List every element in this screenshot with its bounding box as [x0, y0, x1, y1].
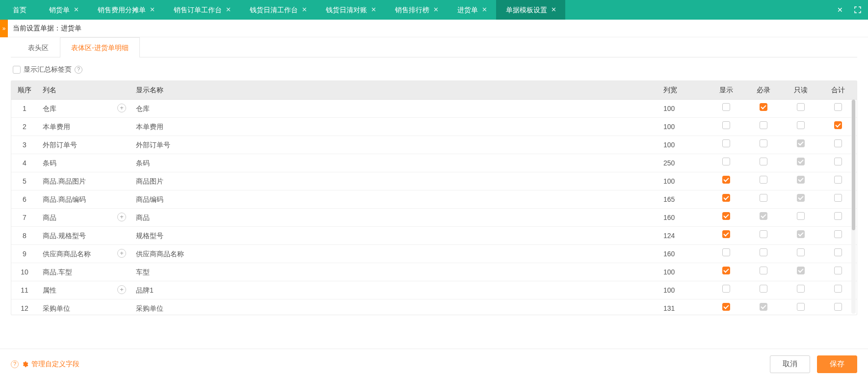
- tab-close-icon[interactable]: ✕: [302, 5, 307, 15]
- save-button[interactable]: 保存: [817, 355, 857, 373]
- add-icon[interactable]: +: [117, 104, 126, 112]
- tab-2[interactable]: 销售费用分摊单✕: [88, 0, 164, 20]
- cell-disp[interactable]: 供应商商品名称: [131, 245, 658, 263]
- req-checkbox[interactable]: [760, 230, 767, 238]
- show-checkbox[interactable]: [722, 285, 730, 293]
- ro-checkbox[interactable]: [797, 248, 805, 256]
- cell-disp[interactable]: 本单费用: [131, 118, 658, 136]
- tab-1[interactable]: 销货单✕: [39, 0, 88, 20]
- tab-4[interactable]: 钱货日清工作台✕: [240, 0, 316, 20]
- show-checkbox[interactable]: [722, 267, 730, 274]
- tab-8[interactable]: 单据模板设置✕: [496, 0, 565, 20]
- footer-help-icon[interactable]: ?: [11, 360, 19, 368]
- cell-disp[interactable]: 车型: [131, 263, 658, 281]
- show-checkbox[interactable]: [722, 212, 730, 220]
- sum-checkbox[interactable]: [834, 194, 842, 202]
- table-row[interactable]: 3外部订单号外部订单号100: [11, 136, 857, 154]
- show-checkbox[interactable]: [722, 176, 730, 184]
- sum-checkbox[interactable]: [834, 139, 842, 147]
- req-checkbox[interactable]: [760, 103, 767, 111]
- cell-disp[interactable]: 品牌1: [131, 281, 658, 299]
- tab-0[interactable]: 首页: [0, 0, 39, 20]
- show-checkbox[interactable]: [722, 121, 730, 129]
- table-row[interactable]: 7商品+商品160: [11, 209, 857, 227]
- th-disp[interactable]: 显示名称: [131, 81, 658, 100]
- tab-7[interactable]: 进货单✕: [447, 0, 496, 20]
- req-checkbox[interactable]: [760, 248, 767, 256]
- cell-width[interactable]: 131: [658, 299, 708, 315]
- cell-width[interactable]: 100: [658, 136, 708, 154]
- section-tab-1[interactable]: 表体区-进货单明细: [60, 37, 140, 57]
- sum-checkbox[interactable]: [834, 267, 842, 274]
- sum-checkbox[interactable]: [834, 285, 842, 293]
- cell-disp[interactable]: 仓库: [131, 100, 658, 118]
- req-checkbox[interactable]: [760, 158, 767, 165]
- req-checkbox[interactable]: [760, 139, 767, 147]
- req-checkbox[interactable]: [760, 176, 767, 184]
- th-ro[interactable]: 只读: [782, 81, 819, 100]
- table-row[interactable]: 2本单费用本单费用100: [11, 118, 857, 136]
- table-row[interactable]: 12采购单位采购单位131: [11, 299, 857, 315]
- manage-custom-fields-link[interactable]: 管理自定义字段: [31, 359, 79, 369]
- section-tab-0[interactable]: 表头区: [17, 37, 60, 57]
- cell-width[interactable]: 100: [658, 118, 708, 136]
- cell-disp[interactable]: 商品编码: [131, 190, 658, 209]
- add-icon[interactable]: +: [117, 249, 126, 258]
- th-seq[interactable]: 顺序: [11, 81, 38, 100]
- add-icon[interactable]: +: [117, 213, 126, 221]
- th-w[interactable]: 列宽: [658, 81, 708, 100]
- th-name[interactable]: 列名: [38, 81, 131, 100]
- cell-width[interactable]: 100: [658, 281, 708, 299]
- req-checkbox[interactable]: [760, 121, 767, 129]
- close-tab-icon[interactable]: [835, 4, 845, 15]
- req-checkbox[interactable]: [760, 267, 767, 274]
- sum-checkbox[interactable]: [834, 230, 842, 238]
- th-sum[interactable]: 合计: [819, 81, 857, 100]
- show-checkbox[interactable]: [722, 194, 730, 202]
- table-row[interactable]: 9供应商商品名称+供应商商品名称160: [11, 245, 857, 263]
- add-icon[interactable]: +: [117, 285, 126, 294]
- table-row[interactable]: 4条码条码250: [11, 154, 857, 172]
- cell-width[interactable]: 100: [658, 172, 708, 190]
- tab-close-icon[interactable]: ✕: [150, 5, 155, 15]
- sum-checkbox[interactable]: [834, 303, 842, 311]
- show-checkbox[interactable]: [722, 103, 730, 111]
- cell-width[interactable]: 165: [658, 190, 708, 209]
- show-summary-checkbox[interactable]: [13, 66, 21, 74]
- ro-checkbox[interactable]: [797, 103, 805, 111]
- sum-checkbox[interactable]: [834, 158, 842, 165]
- show-checkbox[interactable]: [722, 248, 730, 256]
- collapse-toggle-icon[interactable]: [0, 20, 8, 37]
- table-row[interactable]: 11属性+品牌1100: [11, 281, 857, 299]
- sum-checkbox[interactable]: [834, 176, 842, 184]
- tab-close-icon[interactable]: ✕: [371, 5, 376, 15]
- tab-close-icon[interactable]: ✕: [226, 5, 231, 15]
- th-req[interactable]: 必录: [745, 81, 782, 100]
- fullscreen-icon[interactable]: [854, 6, 861, 13]
- cell-disp[interactable]: 采购单位: [131, 299, 658, 315]
- cell-width[interactable]: 124: [658, 227, 708, 245]
- table-row[interactable]: 6商品.商品编码商品编码165: [11, 190, 857, 209]
- tab-5[interactable]: 钱货日清对账✕: [316, 0, 385, 20]
- sum-checkbox[interactable]: [834, 103, 842, 111]
- table-row[interactable]: 8商品.规格型号规格型号124: [11, 227, 857, 245]
- req-checkbox[interactable]: [760, 285, 767, 293]
- tab-3[interactable]: 销售订单工作台✕: [164, 0, 240, 20]
- table-row[interactable]: 10商品.车型车型100: [11, 263, 857, 281]
- table-row[interactable]: 1仓库+仓库100: [11, 100, 857, 118]
- tab-close-icon[interactable]: ✕: [74, 5, 79, 15]
- cell-disp[interactable]: 外部订单号: [131, 136, 658, 154]
- table-row[interactable]: 5商品.商品图片商品图片100: [11, 172, 857, 190]
- cell-disp[interactable]: 条码: [131, 154, 658, 172]
- cancel-button[interactable]: 取消: [770, 355, 810, 373]
- sum-checkbox[interactable]: [834, 248, 842, 256]
- show-checkbox[interactable]: [722, 303, 730, 311]
- tab-6[interactable]: 销售排行榜✕: [385, 0, 447, 20]
- sum-checkbox[interactable]: [834, 212, 842, 220]
- scrollbar[interactable]: [851, 100, 856, 314]
- cell-width[interactable]: 100: [658, 263, 708, 281]
- show-checkbox[interactable]: [722, 158, 730, 165]
- show-checkbox[interactable]: [722, 230, 730, 238]
- show-checkbox[interactable]: [722, 139, 730, 147]
- cell-width[interactable]: 160: [658, 209, 708, 227]
